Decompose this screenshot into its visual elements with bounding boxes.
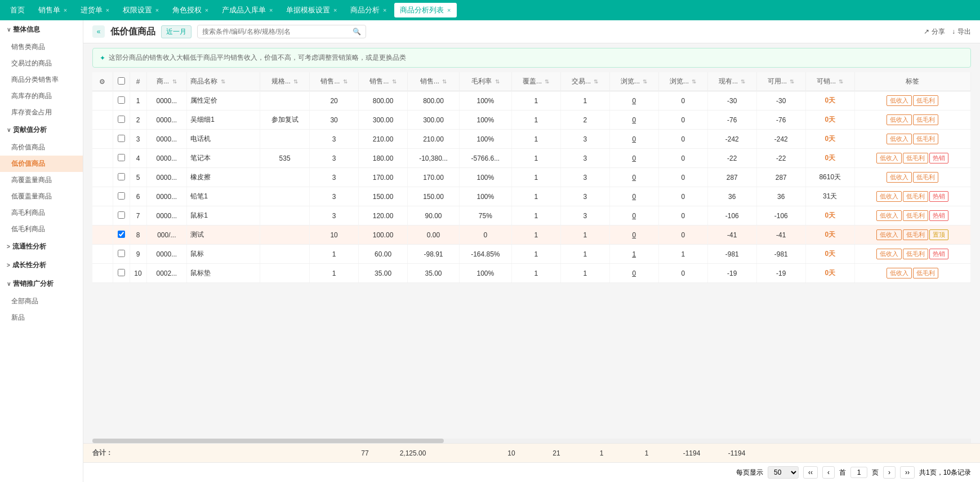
nav-role-close[interactable]: × [205, 7, 208, 14]
td-view1[interactable]: 0 [609, 91, 658, 110]
view-link[interactable]: 0 [632, 212, 636, 220]
nav-product-in[interactable]: 产成品入库单 × [216, 3, 278, 17]
row-checkbox[interactable] [118, 135, 125, 142]
table-wrapper[interactable]: ⚙ # 商... ⇅ 商品名称 ⇅ 规格... ⇅ 销售... ⇅ 销售... … [83, 72, 980, 439]
td-view1[interactable]: 0 [609, 187, 658, 206]
sidebar-item-low-value[interactable]: 低价值商品 [0, 156, 83, 172]
nav-analysis[interactable]: 商品分析 × [345, 3, 392, 17]
sidebar-item-stock-capital[interactable]: 库存资金占用 [0, 104, 83, 121]
nav-sales-close[interactable]: × [64, 7, 67, 14]
td-view1[interactable]: 0 [609, 149, 658, 168]
view-link[interactable]: 0 [632, 193, 636, 201]
share-button[interactable]: ↗ 分享 [924, 27, 945, 37]
row-checkbox[interactable] [118, 96, 125, 104]
nav-analysis-list-close[interactable]: × [447, 7, 451, 14]
row-checkbox[interactable] [118, 269, 125, 276]
td-view1[interactable]: 0 [609, 264, 658, 283]
row-checkbox[interactable] [118, 250, 125, 257]
page-number-input[interactable] [850, 467, 867, 478]
view-link[interactable]: 0 [632, 154, 636, 162]
td-checkbox[interactable] [113, 187, 130, 206]
sidebar-item-low-coverage[interactable]: 低覆盖量商品 [0, 188, 83, 205]
td-checkbox[interactable] [113, 206, 130, 225]
row-checkbox[interactable] [118, 192, 125, 200]
sidebar-group-marketing[interactable]: ∨营销推广分析 [0, 275, 83, 293]
nav-purchase-close[interactable]: × [106, 7, 109, 14]
td-checkbox[interactable] [113, 149, 130, 168]
sidebar-item-traded[interactable]: 交易过的商品 [0, 55, 83, 72]
sidebar-item-category-sales[interactable]: 商品分类销售率 [0, 72, 83, 88]
nav-permission[interactable]: 权限设置 × [117, 3, 164, 17]
nav-template[interactable]: 单据模板设置 × [280, 3, 342, 17]
search-input[interactable] [202, 28, 353, 36]
td-checkbox[interactable] [113, 168, 130, 187]
td-view1[interactable]: 1 [609, 245, 658, 264]
tag-label: 低收入 [876, 210, 902, 221]
view-link[interactable]: 1 [632, 250, 636, 258]
nav-analysis-close[interactable]: × [383, 7, 386, 14]
sidebar-item-all-products[interactable]: 全部商品 [0, 293, 83, 309]
scrollbar-thumb[interactable] [92, 439, 444, 443]
sidebar-item-high-stock[interactable]: 高库存的商品 [0, 88, 83, 104]
td-checkbox[interactable] [113, 225, 130, 245]
sidebar-item-sales-category[interactable]: 销售类商品 [0, 39, 83, 55]
nav-purchase[interactable]: 进货单 × [75, 3, 115, 17]
sidebar-item-new-products[interactable]: 新品 [0, 309, 83, 326]
row-checkbox[interactable] [118, 173, 125, 180]
td-view1[interactable]: 0 [609, 110, 658, 130]
scrollbar-track[interactable] [92, 439, 971, 443]
sidebar-item-high-coverage[interactable]: 高覆盖量商品 [0, 172, 83, 188]
nav-template-close[interactable]: × [333, 7, 337, 14]
row-checkbox[interactable] [118, 154, 125, 161]
filter-tag-month[interactable]: 近一月 [161, 25, 191, 38]
page-size-select[interactable]: 50 100 [768, 466, 799, 479]
collapse-button[interactable]: « [92, 25, 105, 38]
th-settings[interactable]: ⚙ [92, 72, 113, 91]
td-s3: 210.00 [408, 130, 460, 149]
td-name: 笔记本 [187, 149, 260, 168]
view-link[interactable]: 0 [632, 174, 636, 182]
row-checkbox[interactable] [118, 231, 125, 238]
prev-page-button[interactable]: ‹ [822, 466, 835, 479]
nav-permission-close[interactable]: × [155, 7, 159, 14]
th-number: # [130, 72, 146, 91]
nav-sales[interactable]: 销售单 × [33, 3, 73, 17]
view-link[interactable]: 0 [632, 135, 636, 143]
nav-home[interactable]: 首页 [5, 3, 30, 17]
sidebar-group-growth[interactable]: >成长性分析 [0, 256, 83, 275]
view-link[interactable]: 0 [632, 116, 636, 124]
view-link[interactable]: 0 [632, 231, 636, 239]
notice-bar: ✦ 这部分商品的销售收入大幅低于商品平均销售收入，价值不高，可考虑调整营销策略，… [92, 48, 971, 68]
first-page-button[interactable]: ‹‹ [803, 466, 818, 479]
search-box[interactable]: 🔍 [197, 25, 366, 38]
sidebar-item-high-value[interactable]: 高价值商品 [0, 139, 83, 156]
view-link[interactable]: 0 [632, 269, 636, 277]
td-view1[interactable]: 0 [609, 225, 658, 245]
td-checkbox[interactable] [113, 110, 130, 130]
nav-analysis-list[interactable]: 商品分析列表 × [394, 3, 456, 17]
td-view1[interactable]: 0 [609, 168, 658, 187]
td-checkbox[interactable] [113, 264, 130, 283]
td-view1[interactable]: 0 [609, 206, 658, 225]
sidebar-group-circulation[interactable]: >流通性分析 [0, 237, 83, 256]
td-checkbox[interactable] [113, 245, 130, 264]
td-view1[interactable]: 0 [609, 130, 658, 149]
view-link[interactable]: 0 [632, 97, 636, 105]
row-checkbox[interactable] [118, 116, 125, 123]
td-checkbox[interactable] [113, 91, 130, 110]
sidebar-item-low-margin[interactable]: 低毛利商品 [0, 221, 83, 237]
sidebar-group-contribution[interactable]: ∨贡献值分析 [0, 121, 83, 139]
nav-product-in-close[interactable]: × [269, 7, 273, 14]
td-checkbox[interactable] [113, 130, 130, 149]
th-checkbox[interactable] [113, 72, 130, 91]
next-page-button[interactable]: › [883, 466, 896, 479]
sidebar-group-overall[interactable]: ∨整体信息 [0, 20, 83, 39]
last-page-button[interactable]: ›› [900, 466, 915, 479]
nav-role[interactable]: 角色授权 × [167, 3, 214, 17]
select-all-checkbox[interactable] [118, 77, 125, 85]
td-s2: 120.00 [359, 206, 408, 225]
search-icon[interactable]: 🔍 [353, 28, 361, 36]
export-button[interactable]: ↓ 导出 [952, 27, 971, 37]
sidebar-item-high-margin[interactable]: 高毛利商品 [0, 205, 83, 221]
row-checkbox[interactable] [118, 211, 125, 219]
